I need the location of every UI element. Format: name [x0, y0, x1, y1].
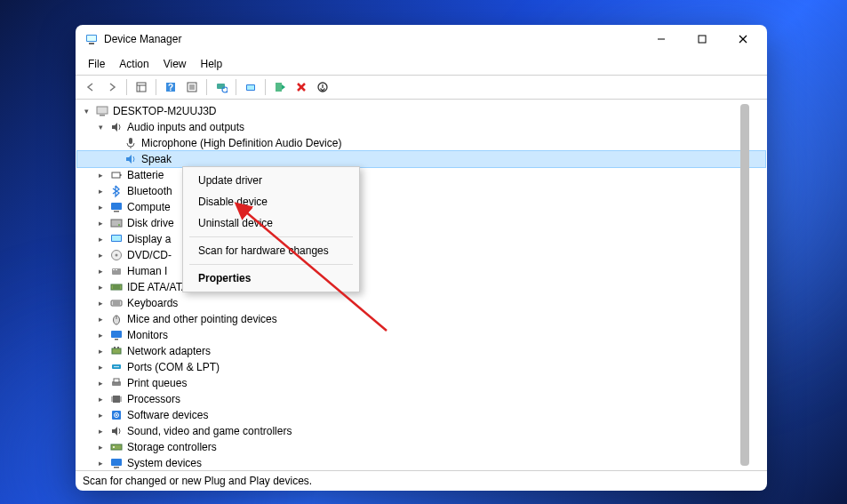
uninstall-device-button[interactable] [292, 77, 311, 97]
chevron-down-icon[interactable]: ▾ [81, 106, 92, 116]
svg-rect-7 [137, 83, 146, 92]
category-icon [109, 280, 124, 294]
svg-point-71 [113, 446, 115, 448]
root-label: DESKTOP-M2UUJ3D [113, 105, 216, 117]
chevron-right-icon[interactable]: ▸ [95, 362, 106, 372]
chevron-right-icon[interactable]: ▸ [95, 170, 106, 180]
svg-rect-26 [100, 115, 105, 116]
tree-category[interactable]: ▸IDE ATA/ATAPI controllers [77, 279, 765, 295]
tree-category[interactable]: ▸Network adapters [77, 343, 765, 359]
tree-category[interactable]: ▸Display a [77, 231, 765, 247]
category-icon [109, 440, 124, 454]
minimize-button[interactable] [641, 25, 682, 53]
category-icon [109, 456, 124, 470]
tree-category[interactable]: ▸Human I [77, 263, 765, 279]
svg-rect-49 [111, 331, 122, 338]
separator [189, 236, 353, 237]
titlebar: Device Manager [76, 25, 767, 53]
chevron-right-icon[interactable]: ▸ [95, 234, 106, 244]
tree-category[interactable]: ▸Sound, video and game controllers [77, 423, 765, 439]
category-icon [109, 184, 124, 198]
svg-rect-35 [112, 236, 121, 241]
close-button[interactable] [723, 25, 763, 53]
chevron-right-icon[interactable]: ▸ [95, 266, 106, 276]
tree-category[interactable]: ▸Bluetooth [77, 183, 765, 199]
menu-help[interactable]: Help [194, 55, 230, 73]
category-label: Display a [127, 233, 171, 245]
chevron-right-icon[interactable]: ▸ [95, 202, 106, 212]
tree-category[interactable]: ▸Disk drive [77, 215, 765, 231]
category-label: Human I [127, 265, 167, 277]
tree-category[interactable]: ▸Print queues [77, 375, 765, 391]
maximize-button[interactable] [682, 25, 723, 53]
category-icon [109, 232, 124, 246]
menu-view[interactable]: View [156, 55, 194, 73]
category-label: Batterie [127, 169, 164, 181]
tree-category[interactable]: ▸Mice and other pointing devices [77, 311, 765, 327]
menu-action[interactable]: Action [112, 55, 156, 73]
chevron-right-icon[interactable]: ▸ [95, 250, 106, 260]
svg-rect-1 [89, 43, 94, 44]
chevron-down-icon[interactable]: ▾ [95, 122, 106, 132]
help-button[interactable]: ? [161, 77, 180, 97]
tree-category[interactable]: ▸Processors [77, 391, 765, 407]
category-label: Network adapters [127, 345, 211, 357]
chevron-right-icon[interactable]: ▸ [95, 442, 106, 452]
chevron-right-icon[interactable]: ▸ [95, 298, 106, 308]
properties-button[interactable] [182, 77, 202, 97]
tree-category[interactable]: ▸Batterie [77, 167, 765, 183]
tree-category[interactable]: ▸Monitors [77, 327, 765, 343]
svg-rect-72 [111, 459, 122, 466]
ctx-disable-device[interactable]: Disable device [186, 191, 356, 212]
chevron-right-icon[interactable]: ▸ [95, 186, 106, 196]
chevron-right-icon[interactable]: ▸ [95, 330, 106, 340]
tree-category[interactable]: ▸Software devices [77, 407, 765, 423]
tree-category[interactable]: ▸Keyboards [77, 295, 765, 311]
svg-rect-40 [116, 269, 117, 270]
category-label: System devices [127, 457, 202, 469]
ctx-properties[interactable]: Properties [186, 268, 356, 289]
tree-category[interactable]: ▸Compute [77, 199, 765, 215]
tree-item-microphone[interactable]: Microphone (High Definition Audio Device… [77, 135, 765, 151]
update-driver-button[interactable] [241, 77, 260, 97]
ctx-uninstall-device[interactable]: Uninstall device [186, 212, 356, 234]
chevron-right-icon[interactable]: ▸ [95, 394, 106, 404]
enable-device-button[interactable] [270, 77, 290, 97]
category-icon [109, 168, 124, 182]
back-button[interactable] [81, 77, 100, 97]
chevron-right-icon[interactable]: ▸ [95, 218, 106, 228]
tree-root[interactable]: ▾ DESKTOP-M2UUJ3D [77, 103, 765, 119]
chevron-right-icon[interactable]: ▸ [95, 314, 106, 324]
tree-category[interactable]: ▸Storage controllers [77, 439, 765, 455]
forward-button[interactable] [102, 77, 122, 97]
tree-category[interactable]: ▸Ports (COM & LPT) [77, 359, 765, 375]
tree-category[interactable]: ▸System devices [77, 455, 765, 471]
menu-file[interactable]: File [81, 55, 112, 73]
svg-rect-51 [112, 348, 121, 354]
tree-item-speakers[interactable]: Speak [77, 151, 765, 167]
chevron-right-icon[interactable]: ▸ [95, 346, 106, 356]
scrollbar[interactable] [740, 104, 749, 466]
tree-category-audio[interactable]: ▾ Audio inputs and outputs [77, 119, 765, 135]
scan-hardware-button[interactable] [212, 77, 231, 97]
category-label: Audio inputs and outputs [127, 121, 244, 133]
chevron-right-icon[interactable]: ▸ [95, 426, 106, 436]
chevron-right-icon[interactable]: ▸ [95, 378, 106, 388]
category-icon [109, 328, 124, 342]
ctx-update-driver[interactable]: Update driver [186, 170, 356, 191]
chevron-right-icon[interactable]: ▸ [95, 282, 106, 292]
chevron-right-icon[interactable]: ▸ [95, 458, 106, 468]
tree-category[interactable]: ▸DVD/CD- [77, 247, 765, 263]
category-label: Storage controllers [127, 441, 217, 453]
category-label: Sound, video and game controllers [127, 425, 292, 437]
category-icon [109, 360, 124, 374]
show-hide-tree-button[interactable] [132, 77, 151, 97]
chevron-right-icon[interactable]: ▸ [95, 410, 106, 420]
ctx-scan-hardware[interactable]: Scan for hardware changes [186, 240, 356, 261]
svg-rect-73 [114, 467, 119, 468]
category-label: Ports (COM & LPT) [127, 361, 220, 373]
svg-rect-28 [112, 172, 120, 178]
device-label: Microphone (High Definition Audio Device… [141, 137, 341, 149]
device-tree[interactable]: ▾ DESKTOP-M2UUJ3D ▾ Audio inputs and out… [76, 100, 767, 471]
disable-device-button[interactable] [313, 77, 332, 97]
